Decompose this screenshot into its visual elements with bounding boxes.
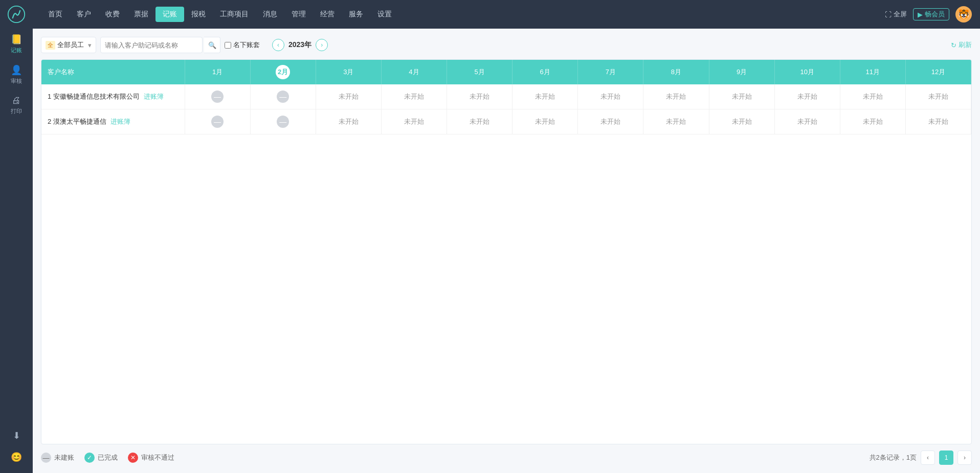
not-started-status: 未开始 [797, 118, 817, 125]
nav-client[interactable]: 客户 [70, 7, 98, 22]
app-logo [0, 0, 33, 29]
not-started-status: 未开始 [600, 118, 620, 125]
table-row: 2漠澳太平畅捷通信进账簿——未开始未开始未开始未开始未开始未开始未开始未开始未开… [41, 109, 971, 134]
search-input[interactable] [100, 37, 203, 53]
sidebar-item-ledger[interactable]: 📒 记账 [0, 29, 33, 59]
rejected-label: 审核不通过 [141, 453, 174, 462]
toolbar: 全 全部员工 ▾ 🔍 名下账套 ‹ 2023年 › ↻ 刷新 [41, 37, 972, 53]
not-started-status: 未开始 [928, 93, 948, 100]
month-cell-7: 未开始 [578, 109, 643, 134]
my-accounts-checkbox[interactable]: 名下账套 [225, 40, 260, 50]
month-cell-2: — [250, 109, 316, 134]
table-header: 客户名称 1月 2月 3月 4月 5月 6月 7月 8月 [41, 60, 971, 84]
employee-select[interactable]: 全 全部员工 ▾ [41, 37, 96, 53]
col-feb: 2月 [250, 60, 316, 84]
table-row: 1安徽畅捷通信息技术有限公司进账簿——未开始未开始未开始未开始未开始未开始未开始… [41, 84, 971, 109]
nav-home[interactable]: 首页 [41, 7, 70, 22]
nav-tax[interactable]: 报税 [184, 7, 213, 22]
search-button[interactable]: 🔍 [204, 37, 220, 53]
nav-bizitem[interactable]: 工商项目 [213, 7, 256, 22]
current-page-button[interactable]: 1 [939, 451, 953, 465]
nav-service[interactable]: 服务 [342, 7, 370, 22]
sidebar-item-support[interactable]: 😊 [0, 446, 33, 468]
month-cell-3: 未开始 [316, 109, 381, 134]
not-created-status: — [211, 91, 224, 103]
not-created-status: — [277, 116, 289, 128]
client-name-cell: 2漠澳太平畅捷通信进账簿 [41, 109, 185, 134]
not-started-status: 未开始 [732, 118, 752, 125]
sidebar-item-print[interactable]: 🖨 打印 [0, 90, 33, 120]
rejected-icon: ✕ [128, 453, 138, 463]
enter-ledger-link[interactable]: 进账簿 [144, 93, 164, 100]
not-created-status: — [277, 91, 289, 103]
total-records: 共2条记录，1页 [870, 453, 917, 462]
checkbox-label-text: 名下账套 [233, 40, 260, 50]
refresh-button[interactable]: ↻ 刷新 [951, 40, 972, 50]
col-nov: 11月 [840, 60, 905, 84]
month-cell-6: 未开始 [513, 109, 578, 134]
month-cell-6: 未开始 [513, 84, 578, 109]
nav-operate[interactable]: 经营 [313, 7, 342, 22]
completed-label: 已完成 [98, 453, 118, 462]
user-avatar[interactable]: 🐯 [955, 6, 972, 22]
nav-manage[interactable]: 管理 [284, 7, 313, 22]
nav-ledger[interactable]: 记账 [155, 7, 184, 22]
month-cell-9: 未开始 [709, 84, 774, 109]
sidebar-item-audit[interactable]: 👤 审核 [0, 59, 33, 90]
ledger-table: 客户名称 1月 2月 3月 4月 5月 6月 7月 8月 [41, 59, 972, 444]
col-oct: 10月 [774, 60, 840, 84]
col-mar: 3月 [316, 60, 381, 84]
not-started-status: 未开始 [470, 93, 489, 100]
top-navigation: 首页 客户 收费 票据 记账 报税 工商项目 消息 管理 经营 服务 设置 ⛶ … [33, 0, 980, 29]
enter-ledger-link[interactable]: 进账簿 [110, 118, 130, 125]
table-scroll[interactable]: 客户名称 1月 2月 3月 4月 5月 6月 7月 8月 [41, 60, 971, 443]
search-icon: 🔍 [208, 41, 216, 49]
not-started-status: 未开始 [470, 118, 489, 125]
refresh-label: 刷新 [959, 40, 972, 50]
vip-button[interactable]: ▶ 畅会员 [913, 8, 949, 20]
not-started-status: 未开始 [600, 93, 620, 100]
month-cell-3: 未开始 [316, 84, 381, 109]
prev-page-button[interactable]: ‹ [921, 451, 935, 465]
nav-message[interactable]: 消息 [256, 7, 284, 22]
active-month-circle: 2月 [276, 65, 290, 79]
prev-year-button[interactable]: ‹ [272, 39, 284, 51]
month-cell-10: 未开始 [774, 84, 840, 109]
download-icon: ⬇ [13, 430, 20, 441]
col-sep: 9月 [709, 60, 774, 84]
nav-fee[interactable]: 收费 [98, 7, 127, 22]
not-started-status: 未开始 [404, 93, 424, 100]
next-year-button[interactable]: › [316, 39, 328, 51]
row-number: 1 [48, 93, 51, 100]
not-started-status: 未开始 [928, 118, 948, 125]
month-cell-11: 未开始 [840, 109, 905, 134]
legend-not-created: — 未建账 [41, 453, 74, 463]
month-cell-11: 未开始 [840, 84, 905, 109]
not-started-status: 未开始 [797, 93, 817, 100]
month-cell-4: 未开始 [381, 109, 447, 134]
not-started-status: 未开始 [666, 93, 686, 100]
sidebar-item-ledger-label: 记账 [11, 47, 22, 54]
not-started-status: 未开始 [535, 93, 555, 100]
my-accounts-input[interactable] [225, 42, 231, 49]
not-started-status: 未开始 [863, 93, 883, 100]
sidebar-item-print-label: 打印 [11, 107, 22, 115]
month-cell-5: 未开始 [447, 84, 513, 109]
sidebar-bottom: ⬇ 😊 [0, 425, 33, 473]
fullscreen-button[interactable]: ⛶ 全屏 [885, 10, 907, 19]
col-aug: 8月 [643, 60, 709, 84]
sidebar-item-audit-label: 审核 [11, 77, 22, 85]
col-client-name: 客户名称 [41, 60, 185, 84]
month-cell-10: 未开始 [774, 109, 840, 134]
not-created-label: 未建账 [54, 453, 74, 462]
page-footer: — 未建账 ✓ 已完成 ✕ 审核不通过 共2条记录，1页 ‹ 1 › [41, 444, 972, 465]
next-page-button[interactable]: › [957, 451, 972, 465]
sidebar-item-download[interactable]: ⬇ [0, 425, 33, 446]
topnav-right: ⛶ 全屏 ▶ 畅会员 🐯 [885, 6, 972, 22]
col-may: 5月 [447, 60, 513, 84]
col-jun: 6月 [513, 60, 578, 84]
month-cell-1: — [185, 84, 250, 109]
nav-invoice[interactable]: 票据 [127, 7, 155, 22]
month-cell-8: 未开始 [643, 109, 709, 134]
nav-settings[interactable]: 设置 [370, 7, 399, 22]
